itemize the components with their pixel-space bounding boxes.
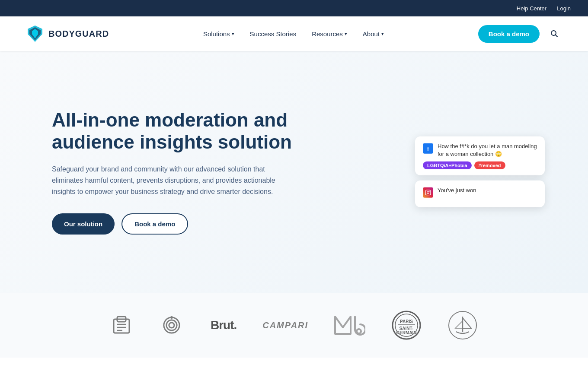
hero-title: All-in-one moderation and audience insig… bbox=[52, 109, 303, 153]
svg-text:PARIS: PARIS bbox=[400, 319, 413, 324]
hero-buttons: Our solution Book a demo bbox=[52, 213, 303, 235]
svg-line-4 bbox=[555, 35, 557, 37]
search-icon bbox=[550, 29, 559, 38]
card-1-header: f How the f#*k do you let a man modeling… bbox=[423, 143, 537, 158]
nav-book-demo-button[interactable]: Book a demo bbox=[478, 25, 540, 43]
removed-tag: #removed bbox=[474, 162, 505, 169]
logo-link[interactable]: BODYGUARD bbox=[26, 25, 109, 43]
nautical-icon bbox=[447, 310, 478, 340]
nav-about[interactable]: About ▾ bbox=[357, 27, 390, 41]
brut-text: Brut. bbox=[211, 318, 236, 332]
svg-point-13 bbox=[170, 316, 173, 319]
about-chevron-icon: ▾ bbox=[381, 31, 384, 37]
resources-chevron-icon: ▾ bbox=[345, 31, 347, 37]
svg-rect-5 bbox=[425, 190, 431, 195]
hero-illustration: f How the f#*k do you let a man modeling… bbox=[415, 136, 545, 207]
client-logo-campari: CAMPARI bbox=[262, 320, 308, 330]
login-link[interactable]: Login bbox=[557, 5, 571, 12]
svg-marker-14 bbox=[335, 317, 351, 334]
clipboard-icon bbox=[110, 314, 133, 336]
hero-section: All-in-one moderation and audience insig… bbox=[0, 51, 588, 293]
client-logo-nautical bbox=[447, 310, 478, 340]
campari-text: CAMPARI bbox=[262, 320, 308, 330]
hero-book-demo-button[interactable]: Book a demo bbox=[121, 213, 188, 235]
nav-solutions[interactable]: Solutions ▾ bbox=[197, 27, 240, 41]
psg-icon: PARIS SAINT- GERMAIN bbox=[391, 310, 422, 340]
spiral-icon bbox=[159, 312, 185, 338]
svg-marker-25 bbox=[455, 321, 463, 328]
client-logo-m6 bbox=[334, 312, 365, 338]
moderation-card-2: You've just won bbox=[415, 181, 545, 207]
solutions-chevron-icon: ▾ bbox=[232, 31, 234, 37]
bodyguard-logo-icon bbox=[26, 25, 44, 43]
hero-description: Safeguard your brand and community with … bbox=[52, 164, 277, 198]
card-2-text: You've just won bbox=[438, 187, 476, 194]
nav-success-stories[interactable]: Success Stories bbox=[244, 27, 303, 41]
svg-marker-24 bbox=[463, 318, 471, 328]
top-bar: Help Center Login bbox=[0, 0, 588, 16]
navigation: BODYGUARD Solutions ▾ Success Stories Re… bbox=[0, 16, 588, 51]
help-center-link[interactable]: Help Center bbox=[517, 5, 546, 12]
card-1-tags: LGBTQiA+Phobia #removed bbox=[423, 162, 537, 169]
client-logo-psg: PARIS SAINT- GERMAIN bbox=[391, 310, 422, 340]
clients-section: Brut. CAMPARI PARIS SAINT- GE bbox=[0, 293, 588, 358]
m6-icon bbox=[334, 312, 365, 338]
card-1-text: How the f#*k do you let a man modeling f… bbox=[438, 143, 537, 158]
moderation-card-1: f How the f#*k do you let a man modeling… bbox=[415, 136, 545, 175]
facebook-icon: f bbox=[423, 143, 433, 154]
client-logo-clipboard bbox=[110, 314, 133, 336]
hero-content: All-in-one moderation and audience insig… bbox=[52, 109, 303, 234]
svg-point-6 bbox=[427, 192, 429, 194]
nav-resources[interactable]: Resources ▾ bbox=[306, 27, 353, 41]
svg-text:GERMAIN: GERMAIN bbox=[396, 330, 416, 335]
client-logo-brut: Brut. bbox=[211, 318, 236, 332]
search-button[interactable] bbox=[546, 26, 562, 41]
lgbtq-tag: LGBTQiA+Phobia bbox=[423, 162, 472, 169]
client-logo-spiral bbox=[159, 312, 185, 338]
svg-point-15 bbox=[357, 329, 361, 333]
card-2-header: You've just won bbox=[423, 187, 537, 198]
nav-cta: Book a demo bbox=[478, 25, 562, 43]
instagram-icon bbox=[423, 187, 433, 198]
clients-logos: Brut. CAMPARI PARIS SAINT- GE bbox=[26, 310, 562, 340]
our-solution-button[interactable]: Our solution bbox=[52, 213, 115, 235]
svg-point-7 bbox=[429, 191, 430, 192]
logo-text: BODYGUARD bbox=[48, 29, 109, 39]
nav-links: Solutions ▾ Success Stories Resources ▾ … bbox=[197, 27, 390, 41]
